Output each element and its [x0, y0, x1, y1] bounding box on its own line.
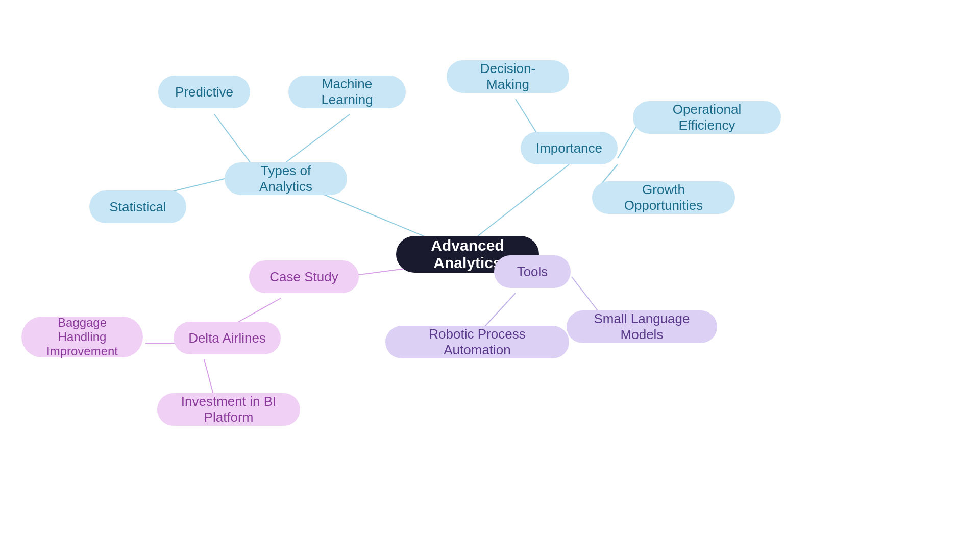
node-delta-airlines: Delta Airlines [174, 322, 281, 354]
predictive-label: Predictive [175, 84, 233, 100]
baggage-handling-label: Baggage Handling Improvement [36, 316, 129, 358]
node-baggage-handling: Baggage Handling Improvement [21, 317, 143, 357]
node-growth-opportunities: Growth Opportunities [592, 181, 735, 214]
small-language-models-label: Small Language Models [581, 311, 703, 343]
importance-label: Importance [536, 140, 602, 156]
case-study-label: Case Study [270, 269, 338, 285]
decision-making-label: Decision-Making [461, 61, 555, 92]
svg-line-1 [468, 164, 569, 244]
operational-efficiency-label: Operational Efficiency [647, 102, 767, 133]
node-predictive: Predictive [158, 76, 250, 108]
investment-bi-label: Investment in BI Platform [172, 394, 286, 425]
svg-line-5 [286, 114, 350, 162]
node-operational-efficiency: Operational Efficiency [633, 101, 781, 134]
node-small-language-models: Small Language Models [567, 310, 717, 343]
node-importance: Importance [521, 132, 618, 164]
node-statistical: Statistical [89, 190, 186, 223]
machine-learning-label: Machine Learning [303, 76, 391, 108]
growth-opportunities-label: Growth Opportunities [606, 182, 721, 213]
node-case-study: Case Study [249, 260, 359, 293]
svg-line-12 [204, 359, 214, 398]
rpa-label: Robotic Process Automation [400, 326, 555, 358]
tools-label: Tools [517, 264, 548, 280]
node-machine-learning: Machine Learning [288, 76, 406, 108]
node-investment-bi: Investment in BI Platform [157, 393, 300, 426]
types-of-analytics-label: Types of Analytics [239, 163, 333, 195]
statistical-label: Statistical [109, 199, 166, 215]
svg-line-8 [618, 124, 638, 158]
node-tools: Tools [494, 255, 571, 288]
svg-line-4 [214, 114, 250, 162]
node-types-of-analytics: Types of Analytics [225, 162, 347, 195]
node-decision-making: Decision-Making [447, 60, 569, 93]
delta-airlines-label: Delta Airlines [188, 330, 266, 346]
node-rpa: Robotic Process Automation [385, 326, 569, 358]
